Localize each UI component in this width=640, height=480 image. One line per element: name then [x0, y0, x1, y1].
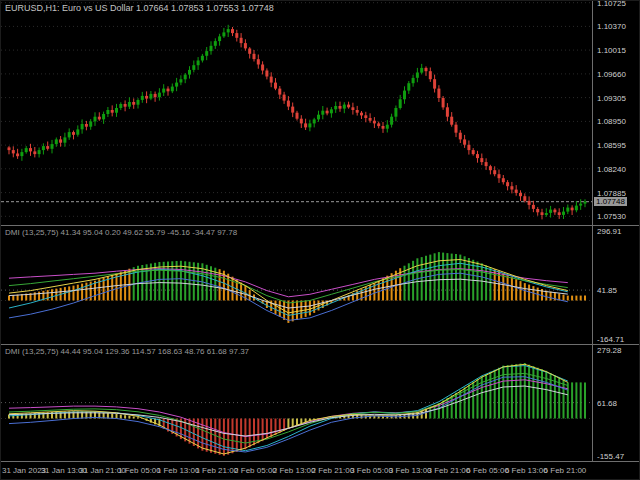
price-tick-label: 1.09305 [597, 94, 626, 103]
time-axis-label: 6 Feb 05:00 [466, 466, 509, 475]
price-tick-label: 1.08595 [597, 141, 626, 150]
price-tick-label: 1.10370 [597, 22, 626, 31]
price-tick-label: 1.07530 [597, 212, 626, 221]
time-axis-label: 1 Feb 05:00 [118, 466, 161, 475]
price-tick-label: 1.09660 [597, 70, 626, 79]
current-price-marker: 1.07748 [594, 197, 627, 206]
time-axis-label: 2 Feb 21:00 [311, 466, 354, 475]
main-chart-panel[interactable]: EURUSD,H1: Euro vs US Dollar 1.07664 1.0… [1, 1, 592, 225]
price-axis-separator [592, 1, 593, 462]
time-axis-label: 6 Feb 21:00 [544, 466, 587, 475]
price-tick-label: 1.08240 [597, 165, 626, 174]
panel-separator [1, 461, 640, 462]
oscillator-2-svg [1, 345, 592, 461]
histogram-layer [9, 252, 585, 323]
panel-separator[interactable] [1, 225, 640, 226]
indicator-panel-2[interactable]: DMI (13,25,75) 44.44 95.04 129.36 114.57… [1, 345, 592, 461]
time-axis-label: 2 Feb 13:00 [273, 466, 316, 475]
time-axis-label: 1 Feb 21:00 [195, 466, 238, 475]
time-axis-label: 3 Feb 21:00 [428, 466, 471, 475]
price-tick-label: 1.10725 [597, 0, 626, 8]
price-tick-label: 1.08950 [597, 117, 626, 126]
time-axis-label: 31 Jan 2023 [2, 466, 46, 475]
indicator1-label: DMI (13,25,75) 41.34 95.04 0.20 49.62 55… [5, 228, 237, 237]
price-axis[interactable]: 1.107251.103701.100151.096601.093051.089… [593, 1, 640, 462]
oscillator-1-svg [1, 226, 592, 344]
time-axis[interactable]: 31 Jan 202331 Jan 13:0031 Jan 21:001 Feb… [1, 462, 640, 480]
time-axis-label: 1 Feb 13:00 [157, 466, 200, 475]
time-axis-label: 3 Feb 13:00 [389, 466, 432, 475]
cyan-line [9, 366, 568, 451]
indicator-tick-label: 41.85 [597, 286, 617, 295]
price-tick-label: 1.10015 [597, 46, 626, 55]
candlestick-layer [8, 25, 587, 220]
green-line [9, 270, 568, 304]
indicator-tick-label: -155.47 [597, 452, 624, 461]
indicator-tick-label: 61.68 [597, 399, 617, 408]
mt4-chart-window: EURUSD,H1: Euro vs US Dollar 1.07664 1.0… [0, 0, 640, 480]
chart-symbol-label: EURUSD,H1: Euro vs US Dollar 1.07664 1.0… [5, 3, 274, 13]
time-axis-label: 6 Feb 13:00 [505, 466, 548, 475]
time-axis-label: 2 Feb 05:00 [234, 466, 277, 475]
indicator2-label: DMI (13,25,75) 44.44 95.04 129.36 114.57… [5, 347, 249, 356]
indicator-tick-label: 279.28 [597, 346, 621, 355]
indicator-panel-1[interactable]: DMI (13,25,75) 41.34 95.04 0.20 49.62 55… [1, 226, 592, 344]
blue-line [9, 377, 568, 452]
indicator-tick-label: 296.91 [597, 227, 621, 236]
candlestick-chart-svg [1, 1, 592, 225]
time-axis-label: 3 Feb 05:00 [350, 466, 393, 475]
panel-separator[interactable] [1, 344, 640, 345]
indicator-tick-label: -164.71 [597, 335, 624, 344]
